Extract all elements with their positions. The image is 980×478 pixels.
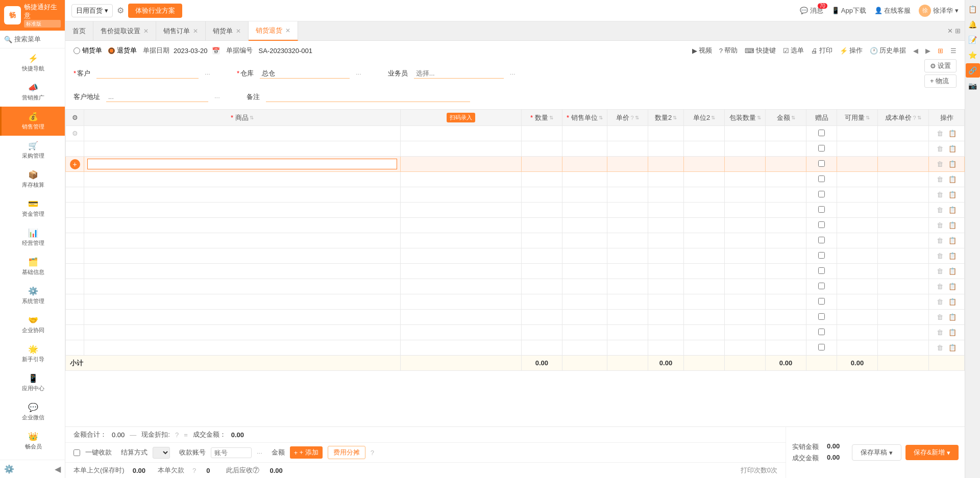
cell-cost-6[interactable] — [878, 203, 929, 218]
tab-sales[interactable]: 销货单 ✕ — [206, 21, 249, 41]
cell-avail-6[interactable] — [837, 203, 878, 218]
cell-price-7[interactable] — [607, 218, 648, 233]
tab-price-setting[interactable]: 售价提取设置 ✕ — [93, 21, 156, 41]
settings-btn[interactable]: ⚙ 设置 — [924, 59, 957, 72]
shortcut-btn[interactable]: ⌨ 快捷键 — [745, 46, 776, 55]
cell-unit2-5[interactable] — [684, 187, 725, 203]
cell-avail-7[interactable] — [837, 218, 878, 233]
cell-qty2-5[interactable] — [648, 187, 684, 203]
radio-sales[interactable]: 销货单 — [74, 46, 102, 55]
message-btn[interactable]: 💬 消息 70 — [800, 6, 823, 15]
cell-unit-1[interactable] — [562, 126, 607, 141]
print-btn[interactable]: 🖨 打印 — [811, 46, 832, 55]
copy-row-icon[interactable]: 📋 — [948, 283, 957, 290]
cell-gift-8[interactable] — [806, 233, 837, 248]
cell-unit2-1[interactable] — [684, 126, 725, 141]
history-btn[interactable]: 🕐 历史单据 — [870, 46, 906, 55]
cell-gift-14[interactable] — [806, 325, 837, 340]
cell-unit-11[interactable] — [562, 279, 607, 294]
cell-qty-5[interactable] — [521, 187, 562, 203]
radio-return[interactable]: 退货单 — [108, 46, 137, 55]
cell-product-7[interactable] — [84, 218, 401, 233]
app-download-btn[interactable]: 📱 App下载 — [831, 6, 866, 15]
cell-gift-11[interactable] — [806, 279, 837, 294]
cell-cost-1[interactable] — [878, 126, 929, 141]
cell-qty-10[interactable] — [521, 264, 562, 279]
cell-amount-6[interactable] — [766, 203, 806, 218]
method-select[interactable] — [153, 447, 170, 459]
cell-avail-5[interactable] — [837, 187, 878, 203]
debt-help-icon[interactable]: ? — [192, 467, 196, 474]
cell-unit-9[interactable] — [562, 248, 607, 264]
cell-unit2-6[interactable] — [684, 203, 725, 218]
cell-pkg-6[interactable] — [725, 203, 766, 218]
copy-row-icon[interactable]: 📋 — [948, 145, 957, 153]
cell-unit2-11[interactable] — [684, 279, 725, 294]
delete-row-icon[interactable]: 🗑 — [937, 313, 943, 321]
cell-unit-2[interactable] — [562, 141, 607, 157]
cell-qty2-2[interactable] — [648, 141, 684, 157]
cell-qty2-3[interactable] — [648, 157, 684, 172]
customer-dots[interactable]: ··· — [205, 70, 210, 78]
cell-cost-2[interactable] — [878, 141, 929, 157]
right-icon-5[interactable]: 🔗 — [966, 63, 980, 78]
delete-row-icon[interactable]: 🗑 — [937, 145, 943, 153]
sidebar-item-marketing[interactable]: 📣 营销推广 — [0, 78, 65, 107]
sidebar-item-shortcut[interactable]: ⚡ 快捷导航 — [0, 48, 65, 78]
industry-dropdown[interactable]: 日用百货 ▾ — [71, 4, 113, 17]
cell-cost-8[interactable] — [878, 233, 929, 248]
cell-avail-13[interactable] — [837, 310, 878, 325]
cell-pkg-7[interactable] — [725, 218, 766, 233]
cell-product-3[interactable] — [84, 157, 401, 172]
tab-sales-order[interactable]: 销售订单 ✕ — [156, 21, 206, 41]
cell-pkg-8[interactable] — [725, 233, 766, 248]
cell-unit-10[interactable] — [562, 264, 607, 279]
right-icon-4[interactable]: ⭐ — [966, 48, 980, 62]
cell-price-14[interactable] — [607, 325, 648, 340]
cell-avail-11[interactable] — [837, 279, 878, 294]
close-all-tabs-icon[interactable]: ✕ — [947, 27, 953, 35]
cell-qty-6[interactable] — [521, 203, 562, 218]
cell-amount-7[interactable] — [766, 218, 806, 233]
cell-avail-12[interactable] — [837, 294, 878, 310]
cell-amount-1[interactable] — [766, 126, 806, 141]
cell-gift-9[interactable] — [806, 248, 837, 264]
sidebar-search[interactable]: 🔍 搜索菜单 — [0, 31, 65, 48]
cell-product-8[interactable] — [84, 233, 401, 248]
staff-dots[interactable]: ··· — [510, 70, 516, 78]
cell-unit-8[interactable] — [562, 233, 607, 248]
delete-row-icon[interactable]: 🗑 — [937, 329, 943, 336]
cell-product-9[interactable] — [84, 248, 401, 264]
save-draft-btn[interactable]: 保存草稿 ▾ — [852, 444, 901, 461]
cell-qty2-1[interactable] — [648, 126, 684, 141]
cell-unit2-13[interactable] — [684, 310, 725, 325]
cell-unit-15[interactable] — [562, 340, 607, 356]
close-price-setting-tab[interactable]: ✕ — [143, 28, 149, 35]
cell-qty-2[interactable] — [521, 141, 562, 157]
cell-unit2-8[interactable] — [684, 233, 725, 248]
grid-view-icon[interactable]: ⊞ — [938, 47, 943, 55]
delete-row-icon[interactable]: 🗑 — [937, 160, 943, 168]
cell-unit2-14[interactable] — [684, 325, 725, 340]
gear-icon[interactable]: ⚙ — [72, 114, 78, 121]
online-service-btn[interactable]: 👤 在线客服 — [874, 6, 911, 15]
cell-gift-12[interactable] — [806, 294, 837, 310]
list-view-icon[interactable]: ☰ — [950, 47, 957, 55]
cell-price-3[interactable] — [607, 157, 648, 172]
cell-unit2-12[interactable] — [684, 294, 725, 310]
delete-row-icon[interactable]: 🗑 — [937, 175, 943, 183]
add-payment-btn[interactable]: + + 添加 — [290, 446, 323, 459]
collapse-icon[interactable]: ◀ — [55, 464, 61, 474]
cell-price-5[interactable] — [607, 187, 648, 203]
cell-qty-7[interactable] — [521, 218, 562, 233]
operate-btn[interactable]: ⚡ 操作 — [840, 46, 863, 55]
copy-row-icon[interactable]: 📋 — [948, 298, 957, 306]
cell-avail-15[interactable] — [837, 340, 878, 356]
cell-qty-13[interactable] — [521, 310, 562, 325]
cell-product-13[interactable] — [84, 310, 401, 325]
cell-product-15[interactable] — [84, 340, 401, 356]
copy-row-icon[interactable]: 📋 — [948, 329, 957, 336]
cell-unit-7[interactable] — [562, 218, 607, 233]
cell-qty2-13[interactable] — [648, 310, 684, 325]
copy-row-icon[interactable]: 📋 — [948, 252, 957, 260]
